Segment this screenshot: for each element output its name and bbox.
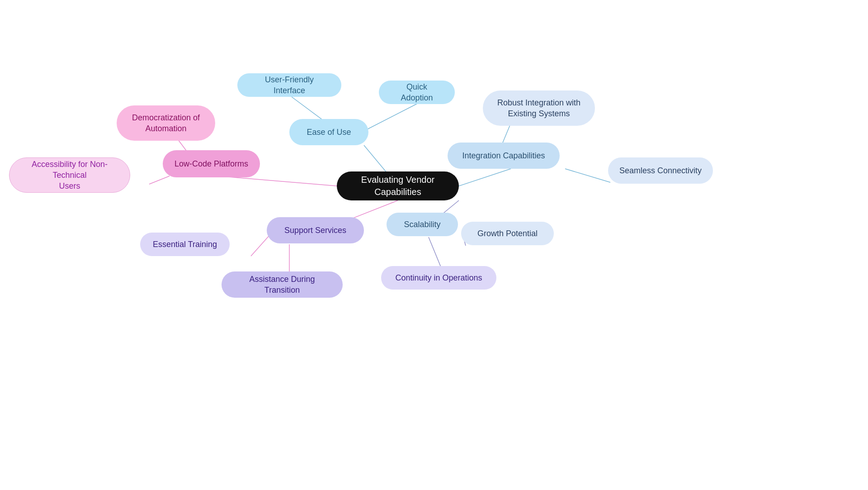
center-node-label: Evaluating Vendor Capabilities bbox=[348, 174, 448, 198]
essential-training-label: Essential Training bbox=[153, 239, 217, 250]
low-code-label: Low-Code Platforms bbox=[175, 158, 248, 169]
democratization-label: Democratization of Automation bbox=[132, 112, 200, 134]
svg-line-8 bbox=[565, 169, 610, 182]
center-node: Evaluating Vendor Capabilities bbox=[337, 171, 459, 200]
low-code-node: Low-Code Platforms bbox=[163, 150, 260, 177]
seamless-node: Seamless Connectivity bbox=[608, 157, 713, 184]
growth-label: Growth Potential bbox=[477, 228, 538, 239]
scalability-node: Scalability bbox=[387, 213, 458, 236]
seamless-label: Seamless Connectivity bbox=[619, 165, 702, 176]
quick-adoption-node: Quick Adoption bbox=[379, 81, 455, 104]
svg-line-6 bbox=[459, 169, 511, 186]
ease-of-use-node: Ease of Use bbox=[289, 119, 368, 145]
continuity-label: Continuity in Operations bbox=[395, 272, 482, 283]
assistance-node: Assistance During Transition bbox=[222, 271, 343, 298]
user-friendly-label: User-Friendly Interface bbox=[248, 74, 330, 96]
integration-label: Integration Capabilities bbox=[462, 150, 545, 161]
essential-training-node: Essential Training bbox=[140, 233, 230, 256]
growth-node: Growth Potential bbox=[461, 222, 554, 245]
robust-integration-label: Robust Integration with Existing Systems bbox=[497, 97, 580, 119]
quick-adoption-label: Quick Adoption bbox=[390, 81, 444, 104]
support-label: Support Services bbox=[284, 225, 346, 236]
svg-line-2 bbox=[362, 103, 418, 132]
robust-integration-node: Robust Integration with Existing Systems bbox=[483, 90, 595, 126]
ease-of-use-label: Ease of Use bbox=[307, 127, 351, 138]
user-friendly-node: User-Friendly Interface bbox=[237, 73, 341, 97]
svg-line-3 bbox=[217, 176, 337, 186]
scalability-label: Scalability bbox=[404, 219, 440, 230]
support-node: Support Services bbox=[267, 217, 364, 243]
assistance-label: Assistance During Transition bbox=[232, 274, 332, 296]
continuity-node: Continuity in Operations bbox=[381, 266, 496, 290]
svg-line-5 bbox=[149, 176, 170, 184]
integration-node: Integration Capabilities bbox=[448, 143, 560, 169]
accessibility-label: Accessibility for Non-Technical Users bbox=[20, 159, 119, 192]
democratization-node: Democratization of Automation bbox=[117, 105, 215, 141]
accessibility-node: Accessibility for Non-Technical Users bbox=[9, 157, 130, 193]
